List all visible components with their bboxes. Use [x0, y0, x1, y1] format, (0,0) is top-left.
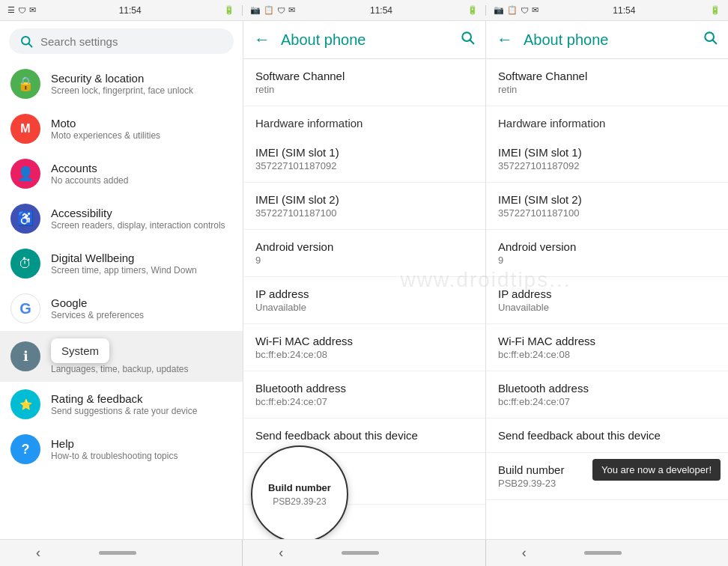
settings-item-accessibility[interactable]: ♿ Accessibility Screen readers, display,…	[0, 196, 243, 241]
mid-hardware-section: Hardware information	[243, 106, 485, 136]
svg-line-3	[470, 40, 474, 44]
back-button-left[interactable]: ‹	[30, 542, 46, 564]
settings-item-google[interactable]: G Google Services & preferences	[0, 286, 243, 331]
battery-icon-right: 🔋	[710, 5, 721, 15]
middle-about-panel: ← About phone Software Channel retin Har…	[243, 21, 486, 539]
right-software-channel: Software Channel retin	[486, 59, 728, 106]
accessibility-title: Accessibility	[51, 207, 232, 219]
status-icon-msg2: ✉	[288, 5, 295, 15]
help-title: Help	[51, 437, 232, 450]
home-pill-right[interactable]	[584, 551, 622, 555]
settings-item-accounts[interactable]: 👤 Accounts No accounts added	[0, 151, 243, 196]
google-title: Google	[51, 296, 232, 309]
right-hardware-section: Hardware information	[486, 106, 728, 136]
google-text: Google Services & preferences	[51, 296, 232, 320]
digitalwellbeing-text: Digital Wellbeing Screen time, app timer…	[51, 252, 232, 276]
nav-bar: ‹ ‹ ‹	[0, 539, 728, 566]
status-icon-msg3: ✉	[532, 5, 539, 15]
search-bar[interactable]	[9, 28, 234, 54]
moto-icon: M	[10, 114, 40, 144]
status-icon-shield: 🛡	[18, 6, 26, 15]
middle-about-title: About phone	[281, 31, 449, 49]
google-icon: G	[10, 293, 40, 323]
right-bluetooth: Bluetooth address bc:ff:eb:24:ce:07	[486, 371, 728, 419]
status-icon-clip: 📋	[264, 5, 274, 15]
status-mid-icons: 📷 📋 🛡 ✉	[250, 5, 295, 15]
right-send-feedback[interactable]: Send feedback about this device	[486, 419, 728, 453]
google-subtitle: Services & preferences	[51, 310, 232, 320]
status-icon-shield3: 🛡	[521, 6, 529, 15]
moto-subtitle: Moto experiences & utilities	[51, 130, 232, 141]
settings-item-system[interactable]: ℹ System Languages, time, backup, update…	[0, 331, 243, 382]
settings-list: 🔒 Security & location Screen lock, finge…	[0, 61, 243, 539]
status-section-left: ☰ 🛡 ✉ 11:54 🔋	[0, 5, 242, 16]
accounts-icon: 👤	[10, 159, 40, 189]
system-icon: ℹ	[10, 341, 40, 371]
mid-android-version: Android version 9	[243, 230, 485, 277]
back-button-right[interactable]: ‹	[516, 542, 533, 564]
status-icon-cam: 📷	[250, 5, 261, 15]
middle-back-button[interactable]: ←	[254, 30, 270, 49]
mid-build-number[interactable]: Build number PSB29.39-23	[243, 453, 485, 505]
system-bubble: System	[51, 338, 109, 363]
home-pill-left[interactable]	[99, 551, 136, 555]
rating-subtitle: Send suggestions & rate your device	[51, 406, 232, 416]
nav-right: ‹	[486, 540, 728, 566]
settings-panel: 🔒 Security & location Screen lock, finge…	[0, 21, 243, 539]
right-build-number[interactable]: Build number PSB29.39-23 You are now a d…	[486, 453, 728, 500]
settings-item-digitalwellbeing[interactable]: ⏱ Digital Wellbeing Screen time, app tim…	[0, 241, 243, 286]
middle-about-header: ← About phone	[243, 21, 485, 59]
settings-item-moto[interactable]: M Moto Moto experiences & utilities	[0, 106, 243, 151]
right-about-header: ← About phone	[486, 21, 728, 59]
moto-title: Moto	[51, 117, 232, 130]
home-pill-mid[interactable]	[342, 551, 379, 555]
nav-left: ‹	[0, 540, 243, 566]
accessibility-text: Accessibility Screen readers, display, i…	[51, 207, 232, 231]
status-time-right: 11:54	[613, 5, 635, 16]
settings-item-security[interactable]: 🔒 Security & location Screen lock, finge…	[0, 61, 243, 106]
status-left-icons: ☰ 🛡 ✉	[7, 5, 36, 15]
right-android-version: Android version 9	[486, 230, 728, 277]
status-right-icons: 📷 📋 🛡 ✉	[494, 5, 539, 15]
middle-search-icon[interactable]	[460, 30, 475, 49]
settings-item-help[interactable]: ? Help How-to & troubleshooting topics	[0, 427, 243, 472]
rating-text: Rating & feedback Send suggestions & rat…	[51, 392, 232, 416]
search-input[interactable]	[40, 35, 223, 48]
status-time-left: 11:54	[119, 5, 142, 16]
status-icon-sim: ☰	[7, 5, 15, 15]
right-search-icon[interactable]	[703, 30, 718, 49]
right-wifi-mac: Wi-Fi MAC address bc:ff:eb:24:ce:08	[486, 324, 728, 371]
status-bar: ☰ 🛡 ✉ 11:54 🔋 📷 📋 🛡 ✉ 11:54 🔋 📷 📋 🛡 ✉ 11…	[0, 0, 728, 21]
panels-container: www.droidtips... ← About phone Software …	[243, 21, 728, 539]
security-text: Security & location Screen lock, fingerp…	[51, 72, 232, 96]
right-imei2: IMEI (SIM slot 2) 357227101187100	[486, 183, 728, 230]
right-back-button[interactable]: ←	[497, 30, 513, 49]
mid-wifi-mac: Wi-Fi MAC address bc:ff:eb:24:ce:08	[243, 324, 485, 371]
status-icon-cam2: 📷	[494, 5, 504, 15]
security-icon: 🔒	[10, 69, 40, 99]
right-about-title: About phone	[524, 31, 692, 49]
build-circle: Build number PSB29.39-23	[251, 445, 348, 539]
right-about-panel: ← About phone Software Channel retin Har…	[486, 21, 728, 539]
accessibility-icon: ♿	[10, 204, 40, 234]
mid-ip-address: IP address Unavailable	[243, 277, 485, 324]
settings-item-rating[interactable]: ⭐ Rating & feedback Send suggestions & r…	[0, 382, 243, 427]
svg-line-1	[28, 43, 31, 46]
accounts-text: Accounts No accounts added	[51, 162, 232, 186]
mid-bluetooth: Bluetooth address bc:ff:eb:24:ce:07	[243, 371, 485, 419]
help-icon: ?	[10, 434, 40, 464]
right-imei1: IMEI (SIM slot 1) 357227101187092	[486, 136, 728, 183]
security-subtitle: Screen lock, fingerprint, face unlock	[51, 85, 232, 96]
mid-imei2: IMEI (SIM slot 2) 357227101187100	[243, 183, 485, 230]
accounts-subtitle: No accounts added	[51, 175, 232, 186]
status-icon-msg: ✉	[29, 5, 36, 15]
help-subtitle: How-to & troubleshooting topics	[51, 451, 232, 461]
right-about-content: Software Channel retin Hardware informat…	[486, 59, 728, 539]
status-right-left: 🔋	[224, 5, 234, 15]
svg-line-5	[713, 40, 717, 44]
back-button-mid[interactable]: ‹	[273, 542, 289, 564]
digitalwellbeing-subtitle: Screen time, app timers, Wind Down	[51, 265, 232, 276]
mid-software-channel: Software Channel retin	[243, 59, 485, 106]
status-icon-shield2: 🛡	[277, 6, 285, 15]
mid-send-feedback[interactable]: Send feedback about this device	[243, 419, 485, 453]
